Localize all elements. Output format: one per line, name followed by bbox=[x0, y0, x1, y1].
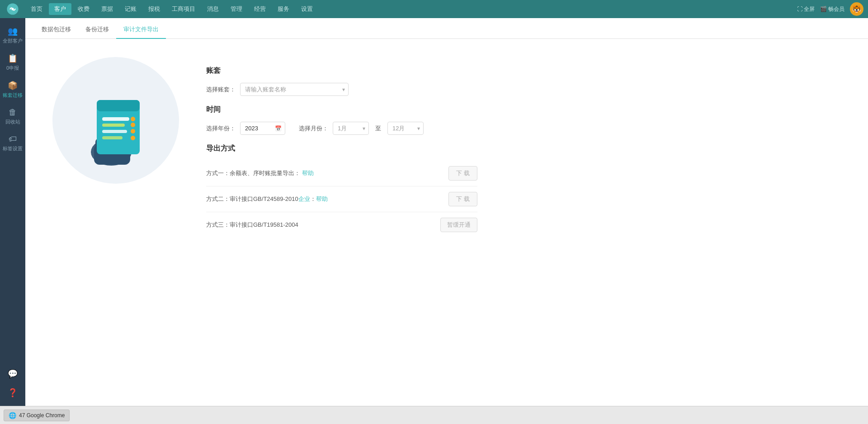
nav-item-operation[interactable]: 经营 bbox=[249, 3, 271, 15]
main-layout: 👥 全部客户 📋 0申报 📦 账套迁移 🗑 回收站 🏷 标签设置 💬 ❓ bbox=[0, 18, 868, 406]
year-input[interactable] bbox=[240, 122, 285, 135]
illustration-circle bbox=[52, 57, 179, 184]
nav-item-service[interactable]: 服务 bbox=[272, 3, 295, 15]
sidebar-help[interactable]: ❓ bbox=[1, 384, 24, 401]
all-customers-icon: 👥 bbox=[8, 26, 18, 36]
month-label: 选择月份： bbox=[299, 124, 328, 133]
content-area: 数据包迁移 备份迁移 审计文件导出 bbox=[25, 18, 868, 406]
nav-items: 首页 客户 收费 票据 记账 报税 工商项目 消息 管理 经营 服务 设置 bbox=[25, 3, 797, 15]
taskbar: 🌐 47 Google Chrome bbox=[0, 406, 868, 424]
svg-point-15 bbox=[131, 123, 135, 127]
export-method-1: 方式一：余额表、序时账批量导出： 帮助 下 载 bbox=[206, 161, 477, 186]
month-start-wrapper: 1月2月3月4月 5月6月7月8月 9月10月11月12月 bbox=[333, 122, 369, 135]
tab-audit-export[interactable]: 审计文件导出 bbox=[116, 21, 166, 39]
sidebar-bottom: 💬 ❓ bbox=[1, 365, 24, 406]
month-start-select[interactable]: 1月2月3月4月 5月6月7月8月 9月10月11月12月 bbox=[333, 122, 369, 135]
avatar[interactable]: 🐯 bbox=[850, 2, 863, 16]
nav-item-tax[interactable]: 报税 bbox=[143, 3, 165, 15]
time-section-title: 时间 bbox=[206, 105, 477, 114]
page-content: 账套 选择账套： 请输入账套名称 时间 选择年份： 📅 bbox=[25, 39, 868, 406]
app-logo bbox=[5, 1, 21, 17]
nav-item-manage[interactable]: 管理 bbox=[225, 3, 248, 15]
method-2-help-link[interactable]: 帮助 bbox=[316, 195, 328, 202]
svg-rect-10 bbox=[102, 117, 129, 121]
nav-item-billing[interactable]: 收费 bbox=[72, 3, 95, 15]
svg-rect-12 bbox=[102, 130, 127, 133]
top-nav: 首页 客户 收费 票据 记账 报税 工商项目 消息 管理 经营 服务 设置 ⛶ … bbox=[0, 0, 868, 18]
tab-backup-migration[interactable]: 备份迁移 bbox=[78, 21, 116, 39]
taskbar-chrome-label: 47 Google Chrome bbox=[19, 412, 65, 419]
nav-item-home[interactable]: 首页 bbox=[25, 3, 48, 15]
taskbar-chrome-item[interactable]: 🌐 47 Google Chrome bbox=[4, 410, 70, 421]
method-3-label: 方式三：审计接口GB/T19581-2004 bbox=[206, 221, 298, 229]
left-sidebar: 👥 全部客户 📋 0申报 📦 账套迁移 🗑 回收站 🏷 标签设置 💬 ❓ bbox=[0, 18, 25, 406]
form-area: 账套 选择账套： 请输入账套名称 时间 选择年份： 📅 bbox=[206, 57, 477, 238]
sidebar-item-label: 回收站 bbox=[5, 119, 20, 125]
method-1-label: 方式一：余额表、序时账批量导出： 帮助 bbox=[206, 169, 314, 177]
nav-item-accounting[interactable]: 记账 bbox=[119, 3, 142, 15]
month-end-select[interactable]: 1月2月3月4月 5月6月7月8月 9月10月11月12月 bbox=[387, 122, 424, 135]
svg-rect-9 bbox=[97, 100, 140, 111]
sidebar-item-account-migrate[interactable]: 📦 账套迁移 bbox=[1, 77, 24, 102]
right-actions: ⛶ 全屏 🎬 畅会员 🐯 bbox=[797, 2, 863, 16]
nav-item-industry[interactable]: 工商项目 bbox=[166, 3, 201, 15]
illustration-area bbox=[52, 57, 179, 184]
chrome-icon: 🌐 bbox=[9, 412, 16, 419]
time-select-row: 选择年份： 📅 选择月份： 1月2月3月4月 5月6月7月8月 9月10月11月… bbox=[206, 122, 477, 135]
svg-rect-11 bbox=[102, 124, 125, 127]
sidebar-item-zero-declare[interactable]: 📋 0申报 bbox=[1, 50, 24, 75]
membership-button[interactable]: 🎬 畅会员 bbox=[820, 5, 844, 13]
nav-item-message[interactable]: 消息 bbox=[202, 3, 224, 15]
account-select[interactable]: 请输入账套名称 bbox=[240, 83, 349, 96]
sidebar-item-label: 全部客户 bbox=[3, 38, 23, 44]
method-1-help-link[interactable]: 帮助 bbox=[302, 170, 314, 176]
method-2-label: 方式二：审计接口GB/T24589-2010企业：帮助 bbox=[206, 195, 328, 203]
method-2-download-button[interactable]: 下 载 bbox=[448, 192, 477, 206]
nav-item-customer[interactable]: 客户 bbox=[49, 3, 71, 15]
tab-bar: 数据包迁移 备份迁移 审计文件导出 bbox=[25, 18, 868, 39]
sidebar-item-label: 账套迁移 bbox=[3, 92, 23, 99]
sidebar-item-all-customers[interactable]: 👥 全部客户 bbox=[1, 23, 24, 48]
account-section-title: 账套 bbox=[206, 66, 477, 76]
export-section-title: 导出方式 bbox=[206, 144, 477, 153]
trash-icon: 🗑 bbox=[9, 108, 17, 117]
tab-data-migration[interactable]: 数据包迁移 bbox=[34, 21, 78, 39]
zero-declare-icon: 📋 bbox=[8, 53, 18, 63]
svg-point-16 bbox=[131, 129, 135, 133]
export-method-2: 方式二：审计接口GB/T24589-2010企业：帮助 下 载 bbox=[206, 186, 477, 212]
svg-point-1 bbox=[11, 8, 14, 10]
svg-point-14 bbox=[131, 117, 135, 121]
help-icon: ❓ bbox=[8, 388, 18, 398]
membership-label: 畅会员 bbox=[828, 5, 844, 13]
fullscreen-icon: ⛶ bbox=[797, 6, 802, 12]
method-3-coming-soon-button[interactable]: 暂缓开通 bbox=[440, 218, 477, 232]
nav-item-settings[interactable]: 设置 bbox=[296, 3, 318, 15]
sidebar-item-label: 标签设置 bbox=[3, 145, 23, 152]
to-label: 至 bbox=[373, 124, 383, 133]
method-1-download-button[interactable]: 下 载 bbox=[448, 166, 477, 181]
chat-icon: 💬 bbox=[8, 369, 18, 379]
svg-rect-13 bbox=[102, 136, 123, 139]
month-end-wrapper: 1月2月3月4月 5月6月7月8月 9月10月11月12月 bbox=[387, 122, 424, 135]
export-method-3: 方式三：审计接口GB/T19581-2004 暂缓开通 bbox=[206, 212, 477, 238]
sidebar-item-trash[interactable]: 🗑 回收站 bbox=[1, 104, 24, 129]
fullscreen-label: 全屏 bbox=[804, 5, 815, 13]
account-select-label: 选择账套： bbox=[206, 86, 236, 94]
account-migrate-icon: 📦 bbox=[8, 81, 18, 91]
tag-settings-icon: 🏷 bbox=[9, 134, 17, 144]
svg-point-17 bbox=[131, 136, 135, 140]
sidebar-chat[interactable]: 💬 bbox=[1, 365, 24, 382]
year-input-wrapper: 📅 bbox=[240, 122, 285, 135]
account-select-wrapper: 请输入账套名称 bbox=[240, 83, 349, 96]
year-label: 选择年份： bbox=[206, 124, 236, 133]
nav-item-invoice[interactable]: 票据 bbox=[96, 3, 118, 15]
fullscreen-button[interactable]: ⛶ 全屏 bbox=[797, 5, 815, 13]
membership-icon: 🎬 bbox=[820, 6, 827, 12]
sidebar-item-label: 0申报 bbox=[6, 65, 19, 71]
sidebar-item-tag-settings[interactable]: 🏷 标签设置 bbox=[1, 131, 24, 156]
account-select-row: 选择账套： 请输入账套名称 bbox=[206, 83, 477, 96]
